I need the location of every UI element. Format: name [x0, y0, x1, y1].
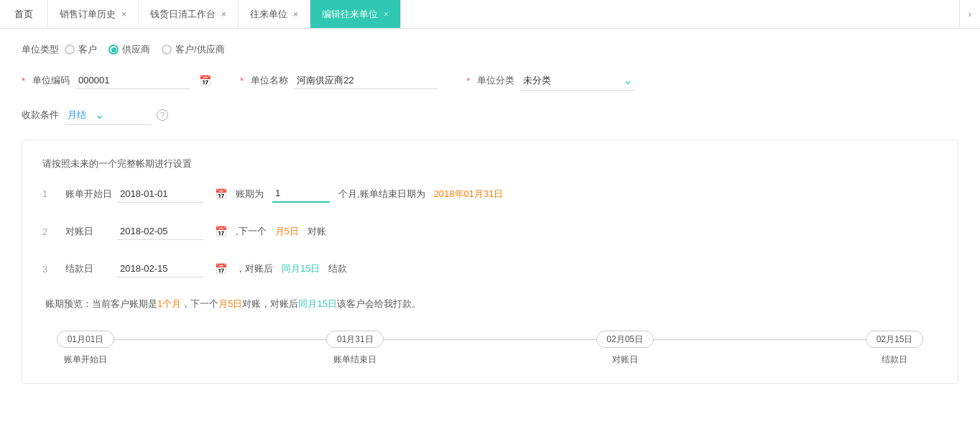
radio-both-circle [162, 45, 172, 55]
tab-cash-work-close[interactable]: × [221, 9, 226, 19]
timeline-item-0: 01月01日 账单开始日 [57, 331, 114, 366]
tab-bar: 首页 销售订单历史 × 钱货日清工作台 × 往来单位 × 编辑往来单位 × › [0, 0, 980, 29]
unit-code-required: * [22, 75, 25, 86]
setting-row-2: 2 对账日 📅 ,下一个 月5日 对账 [42, 223, 938, 240]
unit-type-radio-group: 客户 供应商 客户/供应商 [65, 43, 225, 56]
timeline-node-date-0: 01月01日 [68, 334, 104, 346]
tab-cash-work[interactable]: 钱货日清工作台 × [139, 0, 239, 28]
unit-code-input[interactable] [75, 72, 190, 89]
unit-category-required: * [466, 75, 470, 86]
payment-desc-before: ，对账后 [236, 262, 273, 275]
preview-middle2: 对账，对账后 [242, 298, 298, 309]
tab-sales-history-close[interactable]: × [121, 9, 126, 19]
start-date-input[interactable] [117, 185, 203, 203]
tab-edit-partner-label: 编辑往来单位 [322, 8, 378, 21]
timeline-item-1: 01月31日 账单结束日 [326, 331, 384, 366]
unit-name-label: 单位名称 [251, 74, 288, 87]
reconcile-date-calendar-icon[interactable]: 📅 [215, 226, 227, 237]
tab-edit-partner[interactable]: 编辑往来单位 × [310, 0, 401, 28]
start-date-calendar-icon[interactable]: 📅 [215, 188, 227, 200]
timeline-node-label-1: 账单结束日 [333, 354, 376, 366]
radio-supplier-circle [108, 45, 119, 55]
payment-terms-field: 收款条件 月结 ⌄ ? [22, 105, 168, 125]
reconcile-desc-after: 对账 [308, 225, 326, 238]
period-settings-box: 请按照未来的一个完整帐期进行设置 1 账单开始日 📅 账期为 个月,账单结束日期… [22, 139, 958, 384]
radio-both-label: 客户/供应商 [175, 43, 225, 56]
payment-terms-select[interactable]: 月结 ⌄ [65, 105, 151, 125]
payment-terms-dropdown-icon: ⌄ [95, 108, 104, 121]
timeline-node-label-0: 账单开始日 [64, 354, 107, 366]
timeline-node-date-1: 01月31日 [337, 334, 374, 346]
payment-terms-row: 收款条件 月结 ⌄ ? [22, 105, 958, 125]
radio-both[interactable]: 客户/供应商 [162, 43, 225, 56]
radio-supplier[interactable]: 供应商 [108, 43, 150, 56]
tab-edit-partner-close[interactable]: × [384, 9, 389, 19]
period-end-date: 2018年01月31日 [434, 188, 504, 201]
timeline-node-date-3: 02月15日 [877, 334, 913, 346]
radio-supplier-inner [111, 47, 116, 52]
row-label-1: 账单开始日 [65, 188, 108, 201]
main-content: 单位类型 客户 供应商 客户/供应商 [0, 29, 980, 437]
setting-row-1: 1 账单开始日 📅 账期为 个月,账单结束日期为 2018年01月31日 [42, 185, 938, 203]
tab-partner-close[interactable]: × [293, 9, 298, 19]
timeline-node-date-2: 02月05日 [606, 334, 643, 346]
tab-partner[interactable]: 往来单位 × [239, 0, 310, 28]
radio-supplier-label: 供应商 [122, 43, 150, 56]
timeline-node-2: 02月05日 [596, 331, 654, 348]
radio-customer-label: 客户 [78, 43, 97, 56]
unit-category-dropdown-icon: ⌄ [623, 73, 632, 87]
preview-text: 账期预览：当前客户账期是1个月，下一个月5日对账，对账后同月15日该客户会给我打… [42, 298, 938, 310]
timeline-container: 01月01日 账单开始日 01月31日 账单结束日 02月05日 对账日 [42, 331, 938, 366]
timeline-node-3: 02月15日 [866, 331, 923, 348]
payment-terms-value: 月结 [68, 109, 86, 121]
row-num-2: 2 [42, 226, 57, 237]
preview-suffix: 该客户会给我打款。 [337, 298, 421, 309]
unit-code-field: * 单位编码 📅 [22, 72, 211, 89]
row-label-3: 结款日 [65, 262, 108, 275]
unit-name-field: * 单位名称 [240, 72, 438, 89]
unit-code-calendar-icon[interactable]: 📅 [199, 75, 211, 86]
timeline-item-2: 02月05日 对账日 [596, 331, 654, 366]
unit-code-label: 单位编码 [32, 74, 70, 87]
unit-category-label: 单位分类 [477, 74, 514, 87]
payment-date-input[interactable] [117, 260, 203, 277]
tab-partner-label: 往来单位 [250, 8, 287, 21]
period-label: 账期为 [236, 188, 264, 201]
payment-terms-help-icon[interactable]: ? [157, 109, 168, 121]
tab-home[interactable]: 首页 [0, 0, 48, 28]
tab-cash-work-label: 钱货日清工作台 [150, 8, 216, 21]
preview-prefix: 账期预览：当前客户账期是 [45, 298, 157, 309]
reconcile-desc-before: ,下一个 [236, 225, 267, 238]
tab-sales-history-label: 销售订单历史 [60, 8, 116, 21]
radio-customer[interactable]: 客户 [65, 43, 97, 56]
timeline-node-0: 01月01日 [57, 331, 114, 348]
unit-type-label: 单位类型 [22, 43, 59, 56]
setting-row-3: 3 结款日 📅 ，对账后 同月15日 结款 [42, 260, 938, 277]
unit-name-required: * [240, 75, 244, 86]
unit-name-input[interactable] [294, 72, 438, 89]
row-num-1: 1 [42, 188, 57, 199]
unit-info-row: * 单位编码 📅 * 单位名称 * 单位分类 未分类 ⌄ [22, 70, 958, 91]
payment-date-calendar-icon[interactable]: 📅 [215, 263, 227, 275]
period-unit: 个月,账单结束日期为 [338, 188, 425, 201]
reconcile-desc-highlight: 月5日 [275, 225, 299, 238]
unit-type-row: 单位类型 客户 供应商 客户/供应商 [22, 43, 958, 56]
period-value-input[interactable] [272, 185, 330, 203]
payment-terms-label: 收款条件 [22, 109, 59, 121]
preview-middle1: ，下一个 [181, 298, 218, 309]
reconcile-date-input[interactable] [117, 223, 203, 240]
timeline-node-1: 01月31日 [326, 331, 384, 348]
preview-highlight3: 同月15日 [298, 298, 336, 309]
timeline-item-3: 02月15日 结款日 [866, 331, 923, 366]
payment-desc-highlight: 同月15日 [282, 262, 320, 275]
unit-category-select[interactable]: 未分类 ⌄ [520, 70, 635, 91]
tab-sales-history[interactable]: 销售订单历史 × [48, 0, 139, 28]
tab-overflow-arrow[interactable]: › [959, 0, 980, 28]
row-num-3: 3 [42, 264, 57, 275]
radio-customer-circle [65, 45, 75, 55]
row-label-2: 对账日 [65, 225, 108, 238]
preview-highlight2: 月5日 [218, 298, 242, 309]
payment-desc-after: 结款 [328, 262, 347, 275]
preview-highlight1: 1个月 [157, 298, 181, 309]
section-title: 请按照未来的一个完整帐期进行设置 [42, 157, 938, 170]
